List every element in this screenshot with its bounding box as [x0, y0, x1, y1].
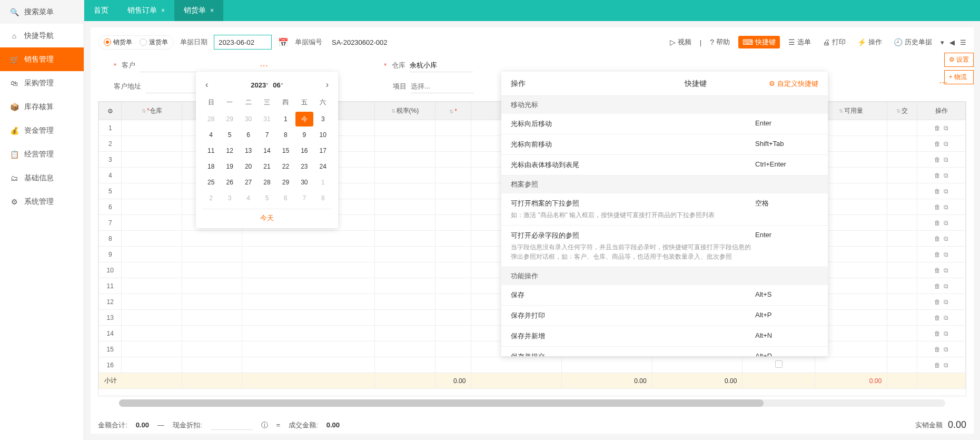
col-taxrate[interactable]: ⇅税率(%)	[375, 102, 435, 120]
calendar-day[interactable]: 17	[314, 143, 332, 158]
calendar-day-next[interactable]: 3	[221, 191, 238, 206]
radio-sale[interactable]: 销货单	[104, 38, 132, 47]
delete-row-icon[interactable]: 🗑	[934, 172, 941, 179]
delete-row-icon[interactable]: 🗑	[934, 140, 941, 148]
calendar-day-prev[interactable]: 31	[258, 112, 275, 126]
delete-row-icon[interactable]: 🗑	[934, 156, 941, 163]
calendar-today-button[interactable]: 今天	[202, 209, 332, 224]
col-deliver[interactable]: ⇅交	[887, 102, 917, 120]
close-icon[interactable]: ×	[210, 7, 214, 14]
copy-row-icon[interactable]: ⧉	[944, 251, 948, 258]
copy-row-icon[interactable]: ⧉	[944, 346, 948, 353]
calendar-day[interactable]: 10	[314, 128, 332, 142]
copy-row-icon[interactable]: ⧉	[944, 314, 948, 321]
calendar-day[interactable]: 29	[277, 175, 294, 190]
prev-icon[interactable]: ◀	[949, 38, 955, 46]
copy-row-icon[interactable]: ⧉	[944, 282, 948, 290]
close-icon[interactable]: ×	[161, 7, 165, 14]
calendar-day[interactable]: 23	[295, 159, 313, 174]
delete-row-icon[interactable]: 🗑	[934, 203, 941, 211]
delete-row-icon[interactable]: 🗑	[934, 124, 941, 132]
sidebar-item-system[interactable]: ⚙系统管理	[0, 190, 84, 213]
delete-row-icon[interactable]: 🗑	[934, 282, 941, 290]
tab-sales-bill[interactable]: 销货单×	[174, 0, 223, 21]
calendar-day[interactable]: 14	[258, 143, 275, 158]
copy-row-icon[interactable]: ⧉	[944, 267, 948, 274]
settings-side-button[interactable]: ⚙ 设置	[944, 53, 974, 67]
calendar-day[interactable]: 20	[240, 159, 257, 174]
copy-row-icon[interactable]: ⧉	[944, 140, 948, 148]
delete-row-icon[interactable]: 🗑	[934, 251, 941, 258]
print-button[interactable]: 🖨打印	[819, 36, 849, 48]
radio-return[interactable]: 退货单	[140, 38, 168, 47]
delete-row-icon[interactable]: 🗑	[934, 346, 941, 353]
calendar-day[interactable]: 今	[295, 112, 313, 126]
calendar-day[interactable]: 6	[240, 128, 257, 142]
calendar-day[interactable]: 12	[221, 143, 238, 158]
sidebar-item-nav[interactable]: ⌂快捷导航	[0, 24, 84, 47]
more-icon[interactable]: ⋯	[260, 61, 268, 71]
calendar-day-next[interactable]: 5	[258, 191, 275, 206]
history-button[interactable]: 🕘历史单据	[890, 36, 935, 48]
row-more-icon[interactable]: ⋯	[939, 77, 947, 87]
copy-row-icon[interactable]: ⧉	[944, 361, 948, 369]
col-warehouse[interactable]: ⇅*仓库	[122, 102, 182, 120]
calendar-day-next[interactable]: 7	[295, 191, 313, 206]
horizontal-scrollbar[interactable]	[119, 399, 945, 407]
calendar-day[interactable]: 8	[277, 128, 294, 142]
calendar-day[interactable]: 15	[277, 143, 294, 158]
calendar-day[interactable]: 5	[221, 128, 238, 142]
calendar-day[interactable]: 4	[202, 128, 220, 142]
copy-row-icon[interactable]: ⧉	[944, 235, 948, 242]
discount-input[interactable]	[211, 421, 253, 430]
sidebar-item-purchase[interactable]: 🛍采购管理	[0, 71, 84, 95]
info-icon[interactable]: ⓘ	[261, 421, 268, 430]
tab-home[interactable]: 首页	[84, 0, 118, 21]
calendar-day[interactable]: 25	[202, 175, 220, 190]
calendar-day-prev[interactable]: 28	[202, 112, 220, 126]
calendar-day[interactable]: 27	[240, 175, 257, 190]
calendar-day-next[interactable]: 4	[240, 191, 257, 206]
warehouse-input[interactable]	[410, 58, 473, 72]
delete-row-icon[interactable]: 🗑	[934, 314, 941, 321]
calendar-prev[interactable]: ‹	[202, 80, 211, 90]
calendar-day[interactable]: 9	[295, 128, 313, 142]
project-input[interactable]	[411, 80, 474, 93]
calendar-day-prev[interactable]: 30	[240, 112, 257, 126]
sidebar-item-basic[interactable]: 🗂基础信息	[0, 166, 84, 190]
copy-row-icon[interactable]: ⧉	[944, 172, 948, 179]
shortcut-button[interactable]: ⌨快捷键	[738, 36, 780, 48]
calendar-next[interactable]: ›	[323, 80, 332, 90]
table-row[interactable]: 16🗑⧉	[99, 357, 966, 373]
col-gear[interactable]: ⚙	[99, 102, 122, 120]
calendar-day[interactable]: 7	[258, 128, 275, 142]
sidebar-item-finance[interactable]: 💰资金管理	[0, 119, 84, 142]
select-button[interactable]: ☰选单	[785, 36, 814, 48]
delete-row-icon[interactable]: 🗑	[934, 361, 941, 369]
copy-row-icon[interactable]: ⧉	[944, 298, 948, 306]
sidebar-item-sales[interactable]: 🛒销售管理	[0, 47, 84, 71]
tab-sales-order[interactable]: 销售订单×	[118, 0, 174, 21]
delete-row-icon[interactable]: 🗑	[934, 219, 941, 227]
calendar-day[interactable]: 21	[258, 159, 275, 174]
calendar-icon[interactable]: 📅	[278, 37, 289, 47]
calendar-day[interactable]: 1	[277, 112, 294, 126]
calendar-day-next[interactable]: 2	[202, 191, 220, 206]
col-req[interactable]: ⇅*	[435, 102, 471, 120]
copy-row-icon[interactable]: ⧉	[944, 188, 948, 195]
calendar-month[interactable]: 06˅	[273, 81, 283, 89]
calendar-day[interactable]: 22	[277, 159, 294, 174]
calendar-day[interactable]: 26	[221, 175, 238, 190]
delete-row-icon[interactable]: 🗑	[934, 188, 941, 195]
sidebar-item-search[interactable]: 🔍搜索菜单	[0, 0, 84, 24]
calendar-day-next[interactable]: 6	[277, 191, 294, 206]
calendar-day[interactable]: 30	[295, 175, 313, 190]
copy-row-icon[interactable]: ⧉	[944, 124, 948, 132]
calendar-day-prev[interactable]: 29	[221, 112, 238, 126]
copy-row-icon[interactable]: ⧉	[944, 330, 948, 337]
calendar-day-next[interactable]: 8	[314, 191, 332, 206]
delete-row-icon[interactable]: 🗑	[934, 235, 941, 242]
calendar-day[interactable]: 24	[314, 159, 332, 174]
sidebar-item-business[interactable]: 📋经营管理	[0, 142, 84, 166]
menu-icon[interactable]: ☰	[960, 38, 966, 46]
